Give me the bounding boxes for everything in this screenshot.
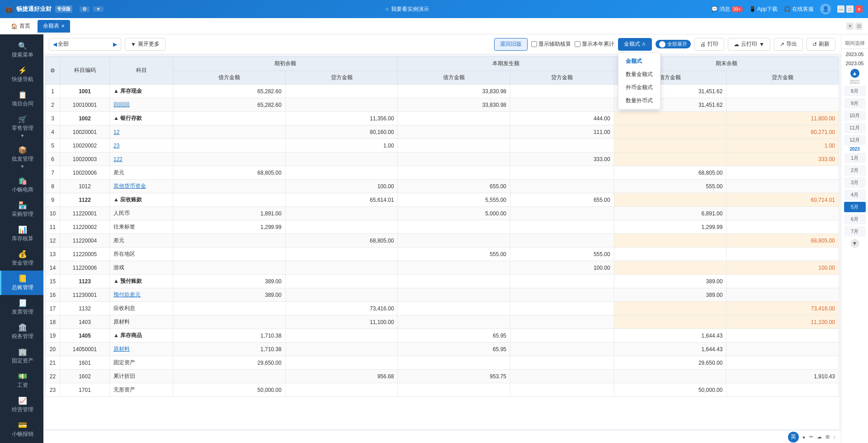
sidebar-item-wholesale[interactable]: 📦 批发管理 ▼ [0,142,43,173]
period-3[interactable]: 3月 [844,177,866,188]
user-avatar[interactable]: 👤 [820,4,831,14]
ytd-checkbox[interactable] [575,41,580,47]
home-icon: 🏠 [11,23,18,29]
period-8[interactable]: 8月 [844,86,866,96]
mode-option-qty-amount[interactable]: 数量金额式 [618,68,660,81]
assist-checkbox[interactable] [531,41,537,47]
sidebar-item-inventory[interactable]: 📊 库存核算 [0,222,43,246]
print-button[interactable]: 🖨 打印 [694,38,724,51]
refresh-button[interactable]: ↺ 刷新 [807,38,835,51]
mode-option-foreign-amount[interactable]: 外币金额式 [618,81,660,94]
period-debit-header: 借方金额 [173,71,286,85]
table-cell [726,329,839,343]
online-service-btn[interactable]: 🎧 在线客服 [784,5,814,13]
account-name-cell[interactable]: 回回回 [110,98,173,112]
account-name-cell[interactable]: 122 [110,152,173,166]
table-cell: 23 [46,383,60,397]
account-name-cell[interactable]: 23 [110,139,173,152]
app-download-btn[interactable]: 📱 App下载 [749,5,778,13]
sidebar-item-retail[interactable]: 🛒 零售管理 ▼ [0,111,43,142]
table-cell: 68,805.00 [173,166,286,180]
sidebar-item-capital[interactable]: 💰 资金管理 [0,246,43,271]
period-5[interactable]: 5月 [844,202,866,212]
minimize-button[interactable]: — [837,5,844,13]
period-1[interactable]: 1月 [844,153,866,163]
upload-icon[interactable]: ↑ [833,434,836,440]
search-wrap[interactable]: ◀ ▶ [49,38,121,51]
cloud-print-button[interactable]: ☁ 云打印 ▼ [728,38,770,51]
mode-option-qty-foreign[interactable]: 数量外币式 [618,94,660,107]
table-cell [726,356,839,370]
table-cell: 1122 [60,193,110,207]
table-cell: 956.68 [285,370,398,383]
search-input[interactable] [58,41,112,48]
mode-btn[interactable]: 金额式 ∧ [618,38,652,51]
show-ytd-check[interactable]: 显示本年累计 [575,40,614,48]
export-button[interactable]: ↗ 导出 [774,38,803,51]
table-row: 31002▲ 银行存款11,356.00444.0011,800.00 [46,112,839,125]
table-cell [726,180,839,193]
tab-window-close[interactable]: ✕ [846,23,854,30]
account-name-cell[interactable]: 12 [110,125,173,139]
settings-icon[interactable]: ⚙ [80,6,90,12]
sidebar-item-salary[interactable]: 💵 工资 [0,368,43,393]
demo-link[interactable]: ○ 我要看实例演示 [385,5,429,13]
settings-col-header[interactable]: ⚙ [46,57,60,85]
sidebar-item-project[interactable]: 📋 项目合同 [0,87,43,111]
tab-close-icon[interactable]: ✕ [61,24,65,29]
search-right-icon[interactable]: ▶ [113,41,117,48]
table-cell: 6 [46,152,60,166]
account-name-cell[interactable]: 预付款差元 [110,288,173,302]
tab-balance[interactable]: 余额表 ✕ [38,20,70,33]
period-up-arrow[interactable]: ▲ [850,69,859,78]
sidebar-item-search[interactable]: 🔍 搜索菜单 [0,38,43,62]
table-cell [614,248,726,261]
lang-toggle[interactable]: 英 [788,432,799,443]
sidebar-item-bizmanage[interactable]: 📈 经营管理 [0,393,43,417]
avatar-icon: 👤 [822,6,829,12]
year-2022-label: 2022 [849,80,859,85]
period-6[interactable]: 6月 [844,214,866,224]
period-9[interactable]: 9月 [844,98,866,109]
sidebar-item-quicknav[interactable]: ⚡ 快捷导航 [0,62,43,87]
table-cell: 65,614.01 [285,193,398,207]
table-cell [398,139,510,152]
period-down-arrow[interactable]: ▼ [850,239,859,248]
box-icon[interactable]: ⊞ [826,434,830,440]
period-10[interactable]: 10月 [844,110,866,121]
table-row: 1211220004差元68,805.0068,805.00 [46,234,839,248]
expand-all-toggle[interactable]: 全部展开 [656,40,691,48]
period-2[interactable]: 2月 [844,165,866,176]
cloud-print-icon: ☁ [734,41,739,48]
sidebar-item-tax[interactable]: 🏛️ 税务管理 [0,319,43,344]
close-button[interactable]: ✕ [855,5,863,13]
show-assist-check[interactable]: 显示辅助核算 [531,40,571,48]
back-oldversion-button[interactable]: 退回旧版 [494,38,528,51]
expand-more-button[interactable]: ▼ 展开更多 [125,38,165,51]
message-btn[interactable]: 💬 消息 99+ [711,5,743,13]
table-cell: 1123 [60,275,110,288]
sidebar-item-assets[interactable]: 🏢 固定资产 [0,344,43,368]
content-area: ◀ ▶ ▼ 展开更多 退回旧版 显示辅助核算 显示本年累计 [43,34,841,443]
table-cell: 10020003 [60,152,110,166]
dropdown-icon[interactable]: ▼ [93,6,104,12]
mode-dropdown[interactable]: 金额式 ∧ 金额式 数量金额式 外币金额式 数量外币式 [618,38,652,51]
period-11[interactable]: 11月 [844,123,866,133]
mode-option-amount[interactable]: 金额式 [618,55,660,68]
account-name-cell[interactable]: 原材料 [110,343,173,356]
tab-window-maximize[interactable]: ⊡ [855,23,863,30]
sidebar-item-invoice[interactable]: 🧾 发票管理 [0,295,43,319]
maximize-button[interactable]: □ [846,5,854,13]
tab-home[interactable]: 🏠 首页 [5,20,36,33]
edit-icon[interactable]: ✏ [809,434,813,440]
period-12[interactable]: 12月 [844,135,866,145]
account-name-cell[interactable]: 其他货币资金 [110,180,173,193]
sidebar-item-purchase[interactable]: 🏪 采购管理 [0,197,43,222]
period-credit-header: 贷方金额 [285,71,398,85]
sidebar-item-ledger[interactable]: 📒 总账管理 [0,271,43,295]
cloud-icon[interactable]: ☁ [817,434,822,440]
period-4[interactable]: 4月 [844,190,866,200]
sidebar-item-ecommerce[interactable]: 🛍️ 小畅电商 [0,173,43,197]
period-7[interactable]: 7月 [844,226,866,237]
sidebar-item-expense[interactable]: 💳 小畅报销 [0,417,43,442]
